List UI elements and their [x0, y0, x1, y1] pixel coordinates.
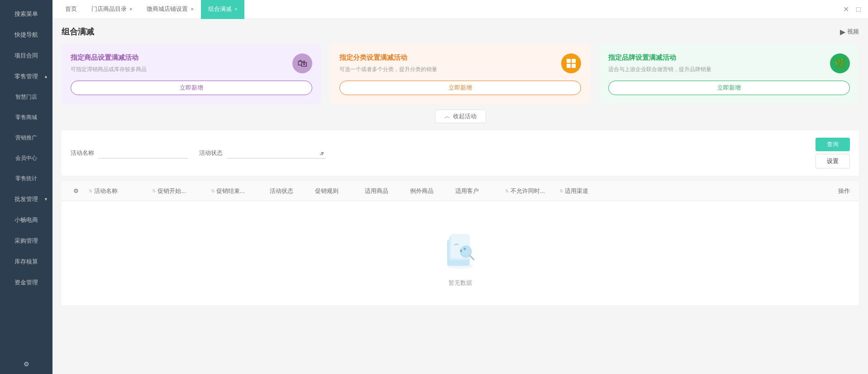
- th-except-goods: 例外商品: [406, 187, 452, 195]
- collapse-btn-label: 收起活动: [453, 112, 477, 120]
- th-sort-icon[interactable]: ⇅: [505, 188, 509, 193]
- empty-state-icon: [438, 228, 483, 273]
- sidebar-settings-btn[interactable]: ⚙: [0, 354, 52, 374]
- svg-line-10: [470, 256, 474, 259]
- activity-name-input[interactable]: [98, 148, 188, 158]
- play-icon: ▶: [840, 28, 845, 36]
- video-link[interactable]: ▶ 视频: [840, 28, 859, 36]
- gear-icon: ⚙: [73, 187, 79, 194]
- sidebar-item-purchase-mgmt[interactable]: 采购管理: [0, 230, 52, 251]
- card-brand-discount-btn[interactable]: 立即新增: [608, 81, 850, 95]
- sidebar-item-member-center[interactable]: 会员中心: [0, 148, 52, 168]
- collapse-bar: ︿ 收起活动: [62, 110, 859, 123]
- cards-row: 指定商品设置满减活动 可指定滞销商品或库存较多商品 🛍 立即新增 指定分类设置满…: [62, 44, 859, 104]
- collapse-activities-btn[interactable]: ︿ 收起活动: [435, 110, 486, 123]
- th-promo-end: ⇅ 促销结束...: [207, 187, 266, 195]
- tab-label: 组合满减: [208, 5, 232, 13]
- sidebar-item-label: 项目合同: [14, 52, 38, 59]
- th-applicable-customer: 适用客户: [452, 187, 501, 195]
- th-no-allow-concurrent: ⇅ 不允许同时...: [501, 187, 556, 195]
- sidebar-item-label: 资金管理: [14, 279, 38, 286]
- sidebar-item-label: 营销推广: [15, 134, 37, 141]
- th-applicable-channel: ⇅ 适用渠道: [556, 187, 606, 195]
- table-header: ⚙ ⇅ 活动名称 ⇅ 促销开始... ⇅ 促销结束... 活动状态: [62, 181, 859, 201]
- tab-bar-right: ✕ □: [841, 3, 863, 15]
- sidebar-item-wholesale-mgmt[interactable]: 批发管理: [0, 189, 52, 210]
- th-sort-icon[interactable]: ⇅: [211, 188, 215, 193]
- svg-point-9: [462, 248, 470, 256]
- sidebar-item-label: 快捷导航: [14, 31, 38, 38]
- activity-status-select-wrap: ▾: [226, 148, 326, 158]
- sidebar-item-marketing[interactable]: 营销推广: [0, 128, 52, 148]
- content-area: 组合满减 ▶ 视频 指定商品设置满减活动 可指定滞销商品或库存较多商品 🛍 立即…: [52, 19, 868, 374]
- table-wrap: ⚙ ⇅ 活动名称 ⇅ 促销开始... ⇅ 促销结束... 活动状态: [62, 181, 859, 305]
- close-window-button[interactable]: ✕: [841, 3, 851, 15]
- sidebar-item-label: 采购管理: [14, 237, 38, 244]
- th-activity-name: ⇅ 活动名称: [85, 187, 148, 195]
- query-button[interactable]: 查询: [816, 138, 850, 151]
- empty-state-text: 暂无数据: [448, 279, 472, 287]
- chevron-up-icon: ︿: [444, 112, 450, 120]
- sidebar-item-label: 零售商城: [15, 114, 37, 120]
- sidebar-item-inventory-check[interactable]: 库存核算: [0, 251, 52, 272]
- activity-name-label: 活动名称: [71, 149, 94, 157]
- card-brand-discount-icon: 🌿: [830, 53, 850, 73]
- sidebar-item-search-menu[interactable]: 搜索菜单: [0, 4, 52, 24]
- th-promo-rule: 促销规则: [311, 187, 361, 195]
- card-product-discount-desc: 可指定滞销商品或库存较多商品: [71, 66, 312, 73]
- th-sort-icon[interactable]: ⇅: [89, 188, 92, 193]
- maximize-window-button[interactable]: □: [854, 4, 863, 15]
- svg-point-11: [460, 250, 462, 252]
- page-title: 组合满减: [62, 26, 94, 37]
- filter-row: 活动名称 活动状态 ▾ 查询 设置: [62, 130, 859, 176]
- th-gear[interactable]: ⚙: [67, 187, 85, 194]
- card-brand-discount-desc: 适合与上游企业联合做营销，提升品牌销量: [608, 66, 850, 73]
- tab-combo-discount[interactable]: 组合满减 ×: [201, 0, 244, 19]
- tab-bar: 首页 门店商品目录 × 微商城店铺设置 × 组合满减 × ✕ □: [52, 0, 868, 19]
- tab-home[interactable]: 首页: [58, 0, 84, 19]
- tab-store-catalog[interactable]: 门店商品目录 ×: [84, 0, 139, 19]
- sidebar-item-label: 零售统计: [15, 175, 37, 182]
- activity-status-input[interactable]: [226, 148, 326, 158]
- sidebar-item-label: 会员中心: [15, 155, 37, 161]
- page-header: 组合满减 ▶ 视频: [62, 26, 859, 37]
- svg-rect-2: [567, 64, 571, 68]
- main-area: 首页 门店商品目录 × 微商城店铺设置 × 组合满减 × ✕ □ 组合满减 ▶ …: [52, 0, 868, 374]
- svg-rect-1: [572, 59, 576, 63]
- sidebar-item-quick-nav[interactable]: 快捷导航: [0, 24, 52, 45]
- sidebar-item-finance-mgmt[interactable]: 资金管理: [0, 272, 52, 293]
- activity-name-filter-group: 活动名称: [71, 148, 188, 158]
- sidebar-item-smart-store[interactable]: 智慧门店: [0, 87, 52, 107]
- card-category-discount-btn[interactable]: 立即新增: [339, 81, 581, 95]
- card-category-discount-desc: 可选一个或者多个分类，提升分类的销量: [339, 66, 581, 73]
- tab-close-combo-discount[interactable]: ×: [234, 6, 237, 12]
- gear-icon: ⚙: [24, 360, 29, 368]
- sidebar-item-retail-stats[interactable]: 零售统计: [0, 168, 52, 189]
- sidebar-item-label: 智慧门店: [15, 94, 37, 100]
- sidebar-item-retail-mall[interactable]: 零售商城: [0, 107, 52, 128]
- tab-close-wechat-store-settings[interactable]: ×: [191, 6, 193, 12]
- video-label: 视频: [847, 28, 859, 36]
- tab-wechat-store-settings[interactable]: 微商城店铺设置 ×: [139, 0, 200, 19]
- th-sort-icon[interactable]: ⇅: [559, 188, 563, 193]
- sidebar-item-retail-management[interactable]: 零售管理: [0, 66, 52, 87]
- tab-close-store-catalog[interactable]: ×: [129, 6, 132, 12]
- card-product-discount: 指定商品设置满减活动 可指定滞销商品或库存较多商品 🛍 立即新增: [62, 44, 321, 104]
- settings-button[interactable]: 设置: [816, 154, 850, 168]
- sidebar-item-label: 零售管理: [14, 73, 38, 80]
- th-sort-icon[interactable]: ⇅: [152, 188, 156, 193]
- svg-rect-3: [572, 64, 576, 68]
- activity-status-filter-group: 活动状态 ▾: [199, 148, 326, 158]
- tab-label: 首页: [65, 5, 77, 13]
- card-category-discount-title: 指定分类设置满减活动: [339, 53, 581, 62]
- card-brand-discount: 指定品牌设置满减活动 适合与上游企业联合做营销，提升品牌销量 🌿 立即新增: [599, 44, 859, 104]
- card-category-discount: 指定分类设置满减活动 可选一个或者多个分类，提升分类的销量 立即新增: [330, 44, 590, 104]
- th-promo-start: ⇅ 促销开始...: [148, 187, 207, 195]
- card-product-discount-btn[interactable]: 立即新增: [71, 81, 312, 95]
- card-category-discount-icon: [561, 53, 581, 73]
- sidebar: 搜索菜单 快捷导航 项目合同 零售管理 智慧门店 零售商城 营销推广 会员中心 …: [0, 0, 52, 374]
- sidebar-item-xiaochang-ecom[interactable]: 小畅电商: [0, 210, 52, 230]
- sidebar-item-project-contract[interactable]: 项目合同: [0, 45, 52, 66]
- activity-status-label: 活动状态: [199, 149, 223, 157]
- svg-rect-0: [567, 59, 571, 63]
